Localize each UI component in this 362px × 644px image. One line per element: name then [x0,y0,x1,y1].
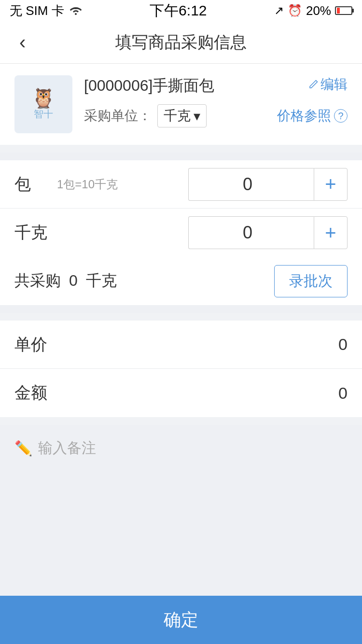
bao-sublabel: 1包=10千克 [57,177,118,192]
product-name: [0000006]手撕面包 [84,75,214,97]
unit-value: 千克 [164,107,191,125]
pencil-icon: ✏️ [14,440,32,457]
product-image: 🦉 智十 [14,75,72,133]
batch-button[interactable]: 录批次 [274,265,348,297]
price-section: 单价 0 金额 0 [0,321,362,417]
section-divider-1 [0,153,362,160]
alarm-icon: ⏰ [288,4,302,17]
content-fill [0,472,362,607]
product-info: [0000006]手撕面包 编辑 采购单位： 千克 ▾ 价格 [84,75,348,127]
kg-input-row: 千克 + [0,209,362,257]
owl-logo: 🦉 智十 [31,88,56,121]
remark-section[interactable]: ✏️ 输入备注 [0,425,362,472]
unit-price-label: 单价 [14,334,47,356]
amount-value: 0 [338,384,348,403]
amount-row: 金额 0 [0,369,362,417]
remark-placeholder: 输入备注 [38,438,96,458]
product-card: 🦉 智十 [0000006]手撕面包 编辑 采购单位： 千克 [0,64,362,145]
unit-price-row: 单价 0 [0,321,362,369]
summary-amount: 0 [69,272,78,289]
battery-icon [335,6,352,15]
bao-label: 包 [14,173,53,196]
status-right: ↗ ⏰ 20% [274,3,352,18]
bao-plus-button[interactable]: + [314,168,348,201]
input-section: 包 1包=10千克 + 千克 + [0,160,362,257]
section-divider-2 [0,305,362,313]
sim-label: 无 SIM 卡 [10,2,64,19]
dropdown-icon: ▾ [194,108,200,124]
confirm-bar[interactable]: 确定 [0,596,362,644]
status-time: 下午6:12 [150,1,207,21]
kg-qty-input[interactable] [188,216,314,249]
kg-input-right: + [188,216,348,249]
nav-bar: ‹ 填写商品采购信息 [0,21,362,64]
unit-label: 采购单位： [84,107,152,125]
summary-section: 共采购 0 千克 录批次 [0,257,362,305]
confirm-label: 确定 [164,608,198,632]
summary-unit: 千克 [86,272,117,289]
battery-pct: 20% [306,3,331,18]
product-unit-row: 采购单位： 千克 ▾ 价格参照 ? [84,104,348,127]
summary-prefix: 共采购 [14,272,61,289]
summary-text: 共采购 0 千克 [14,270,117,292]
bao-input-row: 包 1包=10千克 + [0,160,362,209]
back-button[interactable]: ‹ [14,27,30,58]
owl-icon: 🦉 [31,88,56,108]
main-content: 🦉 智十 [0000006]手撕面包 编辑 采购单位： 千克 [0,64,362,644]
wifi-icon [69,3,83,18]
location-icon: ↗ [274,4,284,17]
unit-select[interactable]: 千克 ▾ [157,104,207,127]
bao-qty-input[interactable] [188,168,314,201]
amount-label: 金额 [14,382,47,404]
product-header: [0000006]手撕面包 编辑 [84,75,348,97]
kg-label: 千克 [14,222,53,244]
status-bar: 无 SIM 卡 下午6:12 ↗ ⏰ 20% [0,0,362,21]
unit-left: 采购单位： 千克 ▾ [84,104,207,127]
kg-plus-button[interactable]: + [314,216,348,249]
unit-price-value: 0 [338,335,348,354]
status-left: 无 SIM 卡 [10,2,83,19]
owl-label: 智十 [34,108,53,121]
price-ref-label: 价格参照 [277,107,331,125]
bao-input-right: + [188,168,348,201]
help-icon: ? [334,109,348,123]
edit-button[interactable]: 编辑 [308,75,348,94]
page-title: 填写商品采购信息 [115,31,247,54]
price-ref-button[interactable]: 价格参照 ? [277,107,348,125]
